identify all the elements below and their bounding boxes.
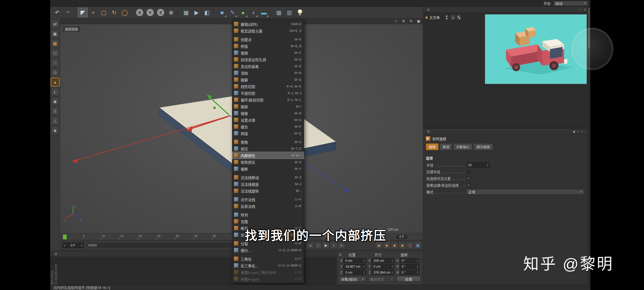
context-menu-item[interactable]: 框显选取元素 Alt+S, S [232, 27, 304, 34]
context-menu-item[interactable]: 沿法线缩放 M~# [232, 181, 304, 187]
context-menu-item[interactable]: 阵列 [232, 211, 304, 218]
lock-y-button[interactable]: Y [145, 8, 155, 17]
toolbar-button[interactable] [131, 8, 133, 16]
render-view-button[interactable]: ▦ [181, 8, 191, 17]
object-row-cube[interactable]: ■ 立方体 ▲ ▚ [425, 15, 461, 20]
visible-only-checkbox[interactable]: ✓ [467, 177, 470, 180]
points-mode-button[interactable]: ∷ [51, 59, 59, 67]
context-menu-item[interactable]: 矩阵挤压 M~X [232, 159, 304, 165]
timeline-tick[interactable]: 35 [193, 233, 212, 240]
visibility-toggle-icons[interactable] [446, 15, 448, 20]
lock-icon[interactable]: ▪ [577, 130, 578, 133]
attribute-tab[interactable]: 衰减 [440, 143, 452, 150]
context-menu-item[interactable] [232, 172, 304, 174]
position-field[interactable]: 0 cm▲▼ [343, 258, 366, 263]
range-slider-handle[interactable] [88, 244, 97, 247]
context-menu-item[interactable]: 桥接 M~B, B [232, 43, 304, 49]
last-tool[interactable]: ◯ [120, 8, 130, 17]
context-menu-item[interactable]: 反转法线 U~R [232, 203, 304, 209]
context-menu-item[interactable]: 修整N-gons U~E [232, 276, 304, 282]
coordinate-mode-dropdown[interactable]: 对象(相对)▼ [339, 276, 366, 282]
timeline-tick[interactable]: 30 [175, 233, 193, 240]
z-axis-arrow-icon[interactable] [345, 188, 350, 192]
toolbar-button[interactable] [270, 8, 273, 16]
context-menu-item[interactable]: 多边形画笔 M~E [232, 63, 304, 70]
move-tool[interactable]: + [88, 8, 98, 17]
add-deformer-button[interactable]: ◖ [248, 8, 258, 17]
context-menu-item[interactable] [232, 137, 304, 139]
autokey-button[interactable]: ● [407, 242, 414, 249]
context-menu-item[interactable]: 镜像 M~H [232, 110, 304, 117]
context-menu-item[interactable]: 倒角 M~S [232, 139, 304, 145]
timeline-tick[interactable]: 15 [119, 233, 138, 240]
stepper-icon[interactable]: ▲▼ [363, 259, 365, 262]
stepper-icon[interactable]: ▲▼ [391, 265, 393, 268]
context-menu-item[interactable]: 重建N-gon三角形分布 U~G [232, 269, 304, 276]
frame-decrement-icon[interactable]: ◂ [64, 244, 65, 247]
timeline-tick[interactable]: 25 [156, 233, 175, 240]
make-editable-button[interactable]: ⇄ [51, 20, 59, 28]
context-menu-item[interactable]: 克隆 [232, 218, 304, 225]
live-selection-tool[interactable]: ◤ [78, 8, 88, 17]
timeline-tick[interactable]: 40 [212, 233, 230, 240]
rotation-field[interactable]: 0 °▲▼ [400, 258, 419, 263]
maximize-view-icon[interactable]: ▣ [416, 19, 421, 23]
context-menu-item[interactable]: 挤压 M~T, D [232, 145, 304, 152]
edges-mode-button[interactable]: ◇ [51, 68, 59, 76]
tolerant-selection-checkbox[interactable]: ✓ [467, 183, 470, 187]
rotate-tool[interactable]: ↻ [109, 8, 119, 17]
toolbar-button[interactable] [74, 8, 76, 16]
attribute-tab[interactable]: 选项 [426, 143, 438, 150]
context-menu-item[interactable]: 细分... U~S, U~Shift+S [232, 247, 304, 253]
polygon-selection-tag-icon[interactable]: ▲ [451, 15, 455, 20]
context-menu-item[interactable]: 融解 M~G [232, 76, 304, 83]
context-menu-item[interactable]: 对齐法线 U~A [232, 196, 304, 203]
size-field[interactable]: 0 cm▲▼ [372, 264, 394, 269]
context-menu-item[interactable]: 创建点 M~A [232, 36, 304, 43]
timeline-tick[interactable]: 5 [82, 233, 101, 240]
context-menu-item[interactable] [232, 209, 304, 211]
size-field[interactable]: 200 cm▲▼ [372, 258, 394, 263]
apply-button[interactable]: 应用 [397, 276, 420, 282]
workplane-button[interactable]: ▥ [284, 8, 294, 17]
context-menu-item[interactable]: 缝合 M~P [232, 123, 304, 130]
context-menu-item[interactable]: 内部挤压 M~W, I [232, 152, 304, 159]
zoom-view-icon[interactable]: ⇅ [401, 19, 406, 23]
context-menu-item[interactable]: 三角化 U~T [232, 255, 304, 262]
lock-x-button[interactable]: X [135, 8, 145, 17]
quantize-button[interactable]: ◆ [51, 126, 59, 134]
rotation-field[interactable]: 0 °▲▼ [400, 264, 419, 269]
context-menu-item[interactable]: 撤销(动作) Shift+Z [232, 21, 304, 27]
current-frame-field[interactable]: ◂ 0 F ▸ [62, 242, 84, 248]
rotate-view-icon[interactable]: ↻ [409, 19, 413, 23]
rotation-field[interactable]: 0 °▲▼ [400, 270, 419, 275]
context-menu-item[interactable]: 焊接 M~Q [232, 130, 304, 137]
polygons-mode-button[interactable]: ▲ [51, 78, 59, 86]
coord-system-button[interactable]: ⊕ [166, 8, 176, 17]
phong-tag-icon[interactable]: ▚ [457, 15, 461, 20]
snap-toggle-button[interactable]: S [51, 107, 59, 115]
add-environment-button[interactable]: ▬ [259, 8, 269, 17]
context-menu-item[interactable]: 沿法线移动 M~Z [232, 174, 304, 181]
position-field[interactable]: 0 cm▲▼ [343, 270, 366, 275]
search-icon[interactable]: ○ [579, 8, 581, 12]
frame-increment-icon[interactable]: ▸ [81, 244, 82, 247]
plane-handle[interactable] [213, 107, 216, 109]
context-menu-item[interactable] [232, 34, 304, 36]
pressure-radius-checkbox[interactable] [467, 170, 470, 174]
texture-mode-button[interactable]: ▦ [51, 39, 59, 47]
context-menu-item[interactable]: 沿法线旋转 M~, [232, 187, 304, 194]
context-menu-item[interactable]: 平面切割 K~J, M~J [232, 90, 304, 96]
timeline-end-field[interactable]: 0 F [396, 234, 408, 240]
pan-view-icon[interactable]: + [394, 19, 398, 23]
search-icon[interactable]: ○ [581, 130, 583, 133]
model-mode-button[interactable]: ▣ [51, 30, 59, 38]
record-rotation-button[interactable]: ◆ [391, 242, 398, 249]
context-menu-item[interactable]: 循环/路径切割 K~L, M~L [232, 96, 304, 103]
stepper-icon[interactable]: ▲▼ [391, 259, 393, 262]
position-field[interactable]: 18.607 cm▲▼ [343, 264, 366, 269]
radius-field[interactable]: 10▲▼ [467, 162, 490, 168]
panel-grid-icon[interactable]: ≣ [339, 253, 344, 257]
scale-tool[interactable]: ▢ [99, 8, 109, 17]
record-parameter-button[interactable]: ◆ [399, 242, 406, 249]
